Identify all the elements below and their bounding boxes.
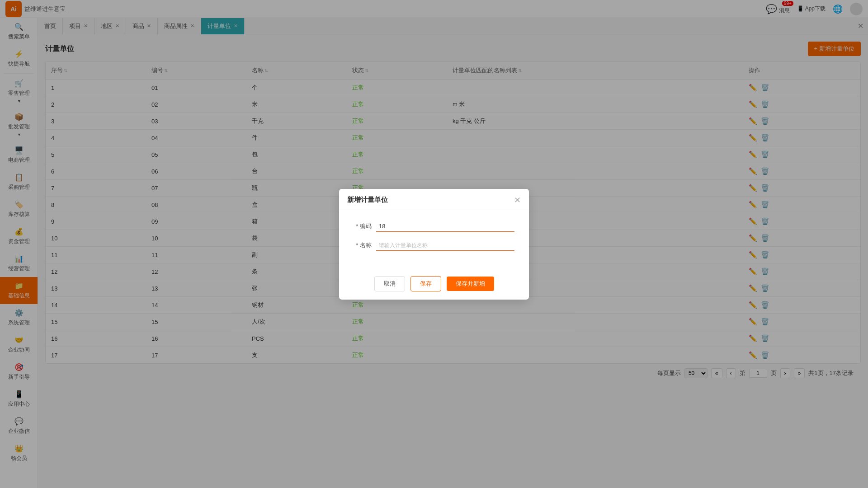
add-unit-modal: 新增计量单位 ✕ * 编码 * 名称 取消 保存 保存并新增 [339, 189, 529, 300]
form-row-code: * 编码 [354, 221, 514, 232]
app-container: Ai 益维通进生意宝 💬 99+ 消息 📱 App下载 🌐 🔍 搜索菜单 [0, 0, 868, 488]
modal-overlay: 新增计量单位 ✕ * 编码 * 名称 取消 保存 保存并新增 [0, 0, 868, 488]
modal-body: * 编码 * 名称 [339, 210, 529, 270]
name-input[interactable] [376, 240, 514, 251]
save-button[interactable]: 保存 [410, 276, 441, 291]
modal-footer: 取消 保存 保存并新增 [339, 270, 529, 300]
save-and-new-button[interactable]: 保存并新增 [447, 277, 494, 291]
modal-header: 新增计量单位 ✕ [339, 189, 529, 210]
form-code-label: * 编码 [354, 222, 372, 230]
cancel-button[interactable]: 取消 [374, 276, 405, 291]
modal-title: 新增计量单位 [347, 196, 388, 204]
modal-close-btn[interactable]: ✕ [514, 195, 521, 205]
form-name-label: * 名称 [354, 241, 372, 249]
form-row-name: * 名称 [354, 240, 514, 251]
code-input[interactable] [376, 221, 514, 232]
